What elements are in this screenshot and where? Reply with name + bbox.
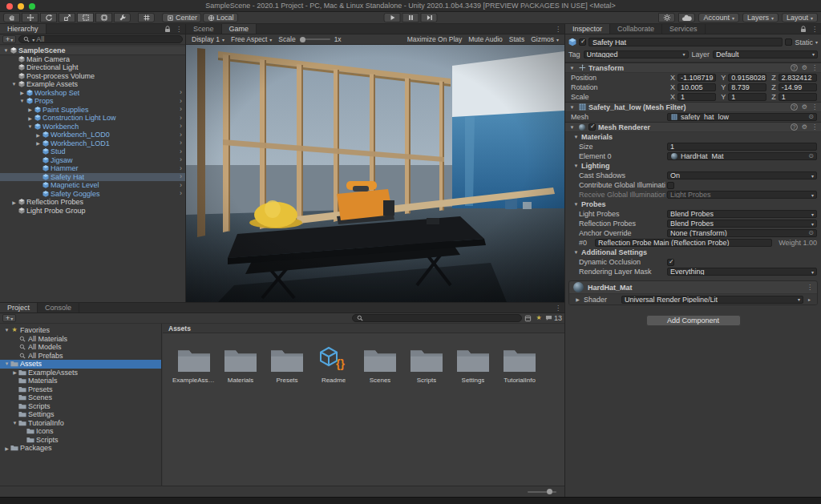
probe-object-field[interactable]: Reflection Probe Main (Reflection Probe): [595, 239, 772, 247]
hierarchy-item-directional-light[interactable]: Directional Light: [0, 63, 185, 72]
asset-scenes[interactable]: Scenes: [357, 346, 403, 393]
help-icon[interactable]: ?: [791, 123, 798, 131]
active-checkbox[interactable]: [579, 38, 586, 46]
open-prefab-arrow[interactable]: ›: [180, 156, 182, 163]
minimize-window-button[interactable]: [18, 3, 24, 10]
expand-caret[interactable]: ▶: [3, 446, 10, 451]
material-header[interactable]: HardHat_Mat ⋮: [569, 281, 817, 294]
expand-caret[interactable]: ▼: [2, 48, 10, 53]
static-checkbox[interactable]: [785, 38, 792, 46]
lock-icon[interactable]: [164, 26, 172, 33]
component-menu-icon[interactable]: ⋮: [811, 103, 818, 111]
object-field-element-0[interactable]: HardHat_Mat⊙: [667, 152, 817, 160]
open-prefab-arrow[interactable]: ›: [180, 139, 182, 147]
project-tree-item-exampleassets[interactable]: ▶ExampleAssets: [0, 369, 161, 377]
mute-audio-button[interactable]: Mute Audio: [465, 35, 506, 43]
open-prefab-arrow[interactable]: ›: [180, 131, 182, 139]
section-probes[interactable]: ▼Probes: [565, 200, 821, 209]
hierarchy-item-construction-light-low[interactable]: ▶Construction Light Low›: [0, 114, 185, 123]
shader-expand-icon[interactable]: ▸: [806, 296, 813, 302]
saved-search-star-icon[interactable]: ★: [535, 315, 543, 321]
zoom-window-button[interactable]: [29, 3, 35, 10]
position-x-field[interactable]: -1.108719: [677, 74, 716, 82]
hierarchy-item-workbench[interactable]: ▼Workbench›: [0, 123, 185, 131]
open-prefab-arrow[interactable]: ›: [180, 173, 182, 180]
tab-project[interactable]: Project: [0, 303, 38, 312]
project-tree-item-scripts[interactable]: Scripts: [0, 436, 161, 445]
account-dropdown[interactable]: Account▾: [698, 13, 739, 22]
assets-breadcrumb[interactable]: Assets: [163, 324, 564, 333]
expand-caret[interactable]: ▶: [34, 140, 42, 146]
preset-icon[interactable]: ⚙: [802, 103, 807, 111]
expand-caret[interactable]: ▼: [572, 202, 580, 207]
object-field-anchor-override[interactable]: None (Transform)⊙: [667, 229, 817, 237]
project-tree-item-all-models[interactable]: All Models: [0, 343, 161, 352]
expand-caret[interactable]: ▼: [572, 163, 580, 168]
scale-tool-button[interactable]: [59, 13, 75, 22]
tab-console[interactable]: Console: [38, 303, 79, 312]
hierarchy-item-workbench-lod0[interactable]: ▶Workbench_LOD0›: [0, 131, 185, 139]
scale-z-field[interactable]: 1: [779, 93, 817, 101]
hand-tool-button[interactable]: [3, 13, 20, 22]
expand-caret[interactable]: ▼: [3, 328, 10, 333]
project-tree-item-scenes[interactable]: Scenes: [0, 393, 161, 402]
position-y-field[interactable]: 0.9158028: [728, 74, 766, 82]
layers-dropdown[interactable]: Layers▾: [742, 13, 779, 22]
transform-tool-button[interactable]: [95, 13, 112, 22]
hierarchy-item-stud[interactable]: Stud›: [0, 147, 185, 156]
expand-caret[interactable]: ▼: [10, 82, 18, 87]
add-component-button[interactable]: Add Component: [646, 315, 741, 326]
hierarchy-item-paint-supplies[interactable]: ▶Paint Supplies›: [0, 106, 185, 115]
hierarchy-item-safety-goggles[interactable]: Safety Goggles›: [0, 190, 185, 199]
expand-caret[interactable]: ▼: [572, 250, 580, 255]
section-materials[interactable]: ▼Materials: [565, 132, 821, 142]
scale-slider-knob[interactable]: [300, 37, 305, 42]
hierarchy-item-props[interactable]: ▼Props›: [0, 97, 185, 106]
hierarchy-item-example-assets[interactable]: ▼Example Assets: [0, 80, 185, 89]
expand-caret[interactable]: ▶: [18, 90, 26, 95]
rect-tool-button[interactable]: [77, 13, 94, 22]
hierarchy-item-light-probe-group[interactable]: Light Probe Group: [0, 207, 185, 216]
open-prefab-arrow[interactable]: ›: [180, 89, 182, 96]
pause-button[interactable]: [402, 13, 419, 22]
section-lighting[interactable]: ▼Lighting: [565, 161, 821, 171]
asset-settings[interactable]: Settings: [450, 346, 496, 393]
expand-caret[interactable]: ▶: [34, 132, 42, 138]
hierarchy-item-workbench-lod1[interactable]: ▶Workbench_LOD1›: [0, 139, 185, 148]
tab-collaborate[interactable]: Collaborate: [610, 24, 662, 34]
open-prefab-arrow[interactable]: ›: [180, 190, 182, 197]
number-field-size[interactable]: 1: [667, 143, 817, 151]
component-menu-icon[interactable]: ⋮: [807, 284, 813, 291]
icon-size-knob[interactable]: [547, 489, 552, 494]
move-tool-button[interactable]: [22, 13, 38, 22]
search-by-type-icon[interactable]: [524, 315, 532, 322]
open-prefab-arrow[interactable]: ›: [180, 106, 182, 113]
scale-x-field[interactable]: 1: [677, 93, 716, 101]
open-prefab-arrow[interactable]: ›: [180, 98, 182, 105]
activity-icon[interactable]: [658, 13, 675, 22]
step-button[interactable]: [421, 13, 438, 22]
expand-caret[interactable]: ▼: [3, 361, 10, 366]
grid-snap-button[interactable]: [138, 13, 155, 22]
expand-caret[interactable]: ▼: [11, 421, 18, 425]
mesh-filter-header[interactable]: ▼ Safety_hat_low (Mesh Filter) ?⚙⋮: [565, 102, 821, 112]
stats-button[interactable]: Stats: [506, 35, 528, 43]
pivot-rotation-button[interactable]: Local: [203, 13, 238, 22]
component-enabled-checkbox[interactable]: [588, 123, 596, 131]
project-tree-item-all-prefabs[interactable]: All Prefabs: [0, 352, 161, 361]
hierarchy-item-workshop-set[interactable]: ▶Workshop Set›: [0, 89, 185, 98]
tab-services[interactable]: Services: [662, 24, 706, 34]
component-menu-icon[interactable]: ⋮: [811, 123, 818, 131]
dropdown-receive-global-illumination[interactable]: Light Probes▾: [667, 191, 817, 199]
asset-exampleassets[interactable]: ExampleAssets: [171, 346, 217, 393]
game-viewport[interactable]: [186, 45, 564, 302]
expand-caret[interactable]: ▶: [26, 115, 34, 121]
project-tree-item-packages[interactable]: ▶Packages: [0, 444, 161, 453]
mesh-renderer-header[interactable]: ▼ Mesh Renderer ?⚙⋮: [565, 122, 821, 132]
expand-caret[interactable]: ▼: [18, 99, 26, 103]
object-picker-icon[interactable]: ⊙: [808, 114, 814, 120]
checkbox-dynamic-occlusion[interactable]: [667, 259, 674, 266]
project-tree-item-settings[interactable]: Settings: [0, 410, 161, 419]
expand-caret[interactable]: ▼: [572, 135, 580, 139]
preset-icon[interactable]: ⚙: [802, 64, 807, 71]
